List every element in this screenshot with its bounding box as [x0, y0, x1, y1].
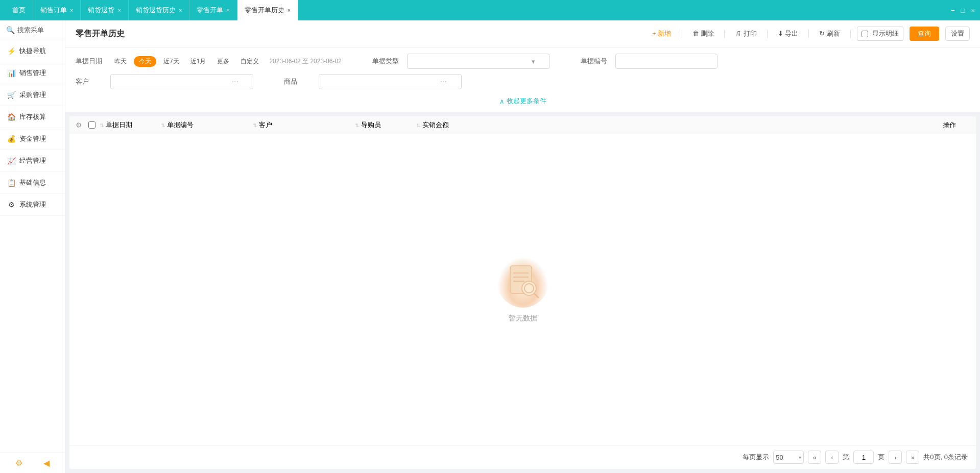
tab-sales-return-history[interactable]: 销货退货历史 × [129, 0, 189, 20]
main-layout: 🔍 搜索采单 ⚡ 快捷导航 📊 销售管理 🛒 采购管理 🏠 库存核算 💰 资金管… [0, 20, 980, 473]
tab-close-sales-return[interactable]: × [117, 7, 121, 13]
page-next-btn[interactable]: › [889, 451, 902, 464]
basic-info-icon: 📋 [7, 179, 15, 187]
display-checkbox[interactable] [862, 31, 868, 37]
tab-close-sales-return-history[interactable]: × [179, 7, 182, 13]
col-header-guide[interactable]: ⇅ 导购员 [355, 120, 416, 130]
tab-close-sales-order[interactable]: × [70, 7, 73, 13]
col-header-customer[interactable]: ⇅ 客户 [253, 120, 355, 130]
date-range-display: 2023-06-02 至 2023-06-02 [269, 57, 341, 66]
page-suffix: 页 [878, 453, 885, 462]
col-header-amount[interactable]: ⇅ 实销金额 [416, 120, 929, 130]
window-min-btn[interactable]: − [951, 7, 955, 14]
empty-text: 暂无数据 [509, 314, 537, 323]
divider-1 [682, 30, 682, 38]
sidebar-item-system[interactable]: ⚙ 系统管理 [0, 194, 65, 216]
page-last-btn[interactable]: » [906, 451, 919, 464]
per-page-arrow: ▾ [799, 455, 801, 460]
date-btn-7days[interactable]: 近7天 [159, 56, 183, 67]
col-header-num[interactable]: ⇅ 单据编号 [161, 120, 253, 130]
display-label: 显示明细 [872, 29, 899, 38]
sidebar-item-label-quick-nav: 快捷导航 [19, 46, 46, 56]
table-header-row: ⇅ 单据日期 ⇅ 单据编号 ⇅ 客户 ⇅ 导购员 [100, 120, 970, 130]
divider-5 [850, 30, 851, 38]
sidebar-item-label-system: 系统管理 [19, 200, 46, 209]
sidebar-item-inventory[interactable]: 🏠 库存核算 [0, 106, 65, 128]
query-button[interactable]: 查询 [910, 27, 939, 41]
sidebar-item-basic-info[interactable]: 📋 基础信息 [0, 172, 65, 194]
sidebar-item-finance[interactable]: 💰 资金管理 [0, 128, 65, 150]
operations-icon: 📈 [7, 157, 15, 165]
collapse-icon: ∧ [499, 97, 505, 105]
collapse-sidebar-btn[interactable]: ◀ [43, 458, 50, 468]
date-btn-yesterday[interactable]: 昨天 [110, 56, 131, 67]
goods-select[interactable]: ··· [319, 74, 462, 89]
type-select[interactable]: ▾ [407, 54, 550, 69]
tab-close-retail-history[interactable]: × [288, 7, 291, 13]
page-title: 零售开单历史 [76, 29, 125, 39]
divider-2 [724, 30, 725, 38]
window-max-btn[interactable]: □ [961, 7, 965, 14]
sidebar-item-operations[interactable]: 📈 经营管理 [0, 150, 65, 172]
print-button[interactable]: 🖨 打印 [731, 27, 761, 40]
window-controls: − □ × [951, 7, 975, 14]
num-filter-group: 单据编号 [581, 54, 718, 69]
date-btn-today[interactable]: 今天 [134, 56, 156, 67]
date-filter-label: 单据日期 [76, 57, 106, 66]
export-button[interactable]: ⬇ 导出 [774, 27, 803, 40]
tab-retail-open[interactable]: 零售开单 × [189, 0, 237, 20]
page-number-input[interactable] [853, 451, 874, 464]
sidebar-item-label-purchase-mgmt: 采购管理 [19, 90, 46, 99]
num-filter-input[interactable] [615, 54, 718, 69]
divider-4 [808, 30, 809, 38]
add-button[interactable]: + 新增 [648, 27, 675, 40]
select-all-checkbox[interactable] [88, 121, 95, 129]
date-btn-1month[interactable]: 近1月 [186, 56, 210, 67]
filter-row-1: 单据日期 昨天 今天 近7天 近1月 更多 自定义 2023-06-02 至 2… [76, 54, 970, 69]
page-label: 第 [843, 453, 849, 462]
empty-svg [503, 262, 543, 303]
sidebar: 🔍 搜索采单 ⚡ 快捷导航 📊 销售管理 🛒 采购管理 🏠 库存核算 💰 资金管… [0, 20, 65, 473]
date-btn-more[interactable]: 更多 [213, 56, 233, 67]
tab-home[interactable]: 首页 [5, 0, 33, 20]
type-filter-group: 单据类型 ▾ [372, 54, 550, 69]
quick-nav-icon: ⚡ [7, 47, 15, 55]
page-first-btn[interactable]: « [808, 451, 821, 464]
table-gear-btn[interactable]: ⚙ [76, 121, 82, 129]
sidebar-item-sales-mgmt[interactable]: 📊 销售管理 [0, 62, 65, 84]
tab-sales-return[interactable]: 销货退货 × [81, 0, 128, 20]
customer-dots[interactable]: ··· [232, 77, 238, 86]
collapse-label: 收起更多条件 [507, 96, 546, 106]
col-label-date: 单据日期 [106, 120, 132, 130]
sidebar-item-label-finance: 资金管理 [19, 134, 46, 143]
type-select-arrow: ▾ [532, 58, 535, 65]
sidebar-item-quick-nav[interactable]: ⚡ 快捷导航 [0, 40, 65, 62]
settings-bottom-btn[interactable]: ⚙ [15, 458, 22, 468]
delete-button[interactable]: 🗑 删除 [688, 27, 719, 40]
tab-sales-order[interactable]: 销售订单 × [33, 0, 81, 20]
window-close-btn[interactable]: × [971, 7, 975, 14]
tab-close-retail-open[interactable]: × [226, 7, 229, 13]
refresh-button[interactable]: ↻ 刷新 [815, 27, 844, 40]
per-page-select[interactable]: 50 ▾ [773, 451, 804, 464]
col-header-date[interactable]: ⇅ 单据日期 [100, 120, 161, 130]
settings-button[interactable]: 设置 [945, 27, 970, 41]
top-bar: 首页 销售订单 × 销货退货 × 销货退货历史 × 零售开单 × 零售开单历史 … [0, 0, 980, 20]
goods-filter-group: 商品 ··· [284, 74, 462, 89]
sales-mgmt-icon: 📊 [7, 69, 15, 77]
col-sort-icon-num: ⇅ [161, 122, 165, 128]
collapse-filter-btn[interactable]: ∧ 收起更多条件 [76, 94, 970, 108]
sidebar-search[interactable]: 🔍 搜索采单 [0, 20, 65, 40]
total-label: 共0页, 0条记录 [923, 453, 968, 462]
date-btn-custom[interactable]: 自定义 [236, 56, 263, 67]
divider-3 [767, 30, 768, 38]
tab-retail-history[interactable]: 零售开单历史 × [237, 0, 298, 20]
filter-row-2: 客户 ··· 商品 ··· [76, 74, 970, 89]
system-icon: ⚙ [7, 201, 15, 209]
display-setting-btn[interactable]: 显示明细 [857, 27, 903, 41]
page-prev-btn[interactable]: ‹ [825, 451, 839, 464]
sidebar-item-purchase-mgmt[interactable]: 🛒 采购管理 [0, 84, 65, 106]
customer-select[interactable]: ··· [110, 74, 253, 89]
goods-dots[interactable]: ··· [440, 77, 447, 86]
col-sort-icon-amount: ⇅ [416, 122, 420, 128]
